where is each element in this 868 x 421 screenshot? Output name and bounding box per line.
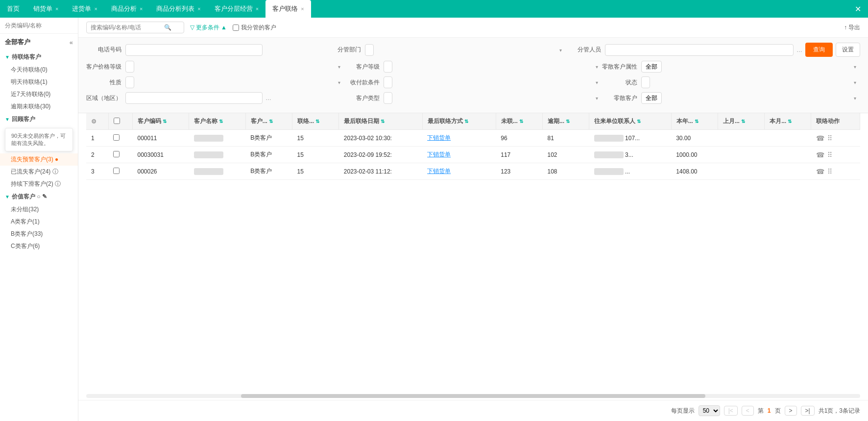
cell-this-year: 1000.00 xyxy=(671,147,718,163)
customer-level-select[interactable] xyxy=(384,61,392,73)
sidebar-item-today[interactable]: 今天待联络(0) xyxy=(0,64,78,76)
settings-icon[interactable]: ⚙ xyxy=(91,118,96,125)
last-page-button[interactable]: >| xyxy=(801,406,815,416)
last-method-link[interactable]: 下销货单 xyxy=(427,134,451,141)
settings-button[interactable]: 设置 xyxy=(836,43,860,57)
tab-customer-contact[interactable]: 客户联络 × xyxy=(265,0,311,18)
cell-last-month xyxy=(718,130,764,147)
tab-purchase[interactable]: 进货单 × xyxy=(65,0,104,18)
region-more-icon[interactable]: … xyxy=(263,95,274,101)
sidebar-item-unsegmented[interactable]: 未分组(32) xyxy=(0,203,78,216)
adv-filter-nature: 性质 xyxy=(86,76,344,88)
contact-action-icon[interactable]: ☎ xyxy=(816,134,824,142)
my-customers-checkbox[interactable]: 我分管的客户 xyxy=(233,24,276,32)
last-method-link[interactable]: 下销货单 xyxy=(427,168,451,174)
region-input[interactable] xyxy=(125,92,263,104)
tab-close-customer-tier[interactable]: × xyxy=(256,6,259,12)
cell-code: 000011 xyxy=(132,130,189,147)
prev-page-button[interactable]: < xyxy=(742,406,754,416)
tab-bar-close-button[interactable]: ✕ xyxy=(848,4,868,14)
sidebar-all-customers[interactable]: 全部客户 « xyxy=(0,34,78,50)
more-action-icon[interactable]: ⠿ xyxy=(827,151,832,159)
cell-not-contact: 96 xyxy=(496,130,542,147)
cell-type: B类客户 xyxy=(245,163,292,180)
person-more-icon[interactable]: … xyxy=(794,47,805,53)
cell-name xyxy=(189,163,245,180)
tab-sales[interactable]: 销货单 × xyxy=(26,0,65,18)
th-unit-contact[interactable]: 往来单位联系人⇅ xyxy=(589,113,671,130)
status-select[interactable] xyxy=(641,76,650,88)
th-name[interactable]: 客户名称⇅ xyxy=(189,113,245,130)
sidebar-item-week[interactable]: 近7天待联络(0) xyxy=(0,88,78,100)
th-code[interactable]: 客户编码⇅ xyxy=(132,113,189,130)
last-method-link[interactable]: 下销货单 xyxy=(427,151,451,158)
more-conditions-button[interactable]: ▽ 更多条件 ▲ xyxy=(190,24,227,32)
contact-action-icon[interactable]: ☎ xyxy=(816,151,824,159)
tab-close-analysis[interactable]: × xyxy=(140,6,143,12)
per-page-select[interactable]: 50 xyxy=(699,405,720,416)
first-page-button[interactable]: |< xyxy=(724,406,738,416)
cell-type: B类客户 xyxy=(245,130,292,147)
row-checkbox[interactable] xyxy=(113,151,120,157)
tab-home[interactable]: 首页 xyxy=(0,0,26,18)
filter-search-button[interactable]: 🔍 xyxy=(164,24,171,31)
price-tier-select[interactable] xyxy=(125,61,134,73)
row-checkbox[interactable] xyxy=(113,134,120,141)
th-type[interactable]: 客户...⇅ xyxy=(245,113,292,130)
th-not-contact[interactable]: 未联...⇅ xyxy=(496,113,542,130)
customer-type-select[interactable] xyxy=(384,92,392,104)
th-last-date[interactable]: 最后联络日期⇅ xyxy=(339,113,422,130)
sidebar-collapse-icon[interactable]: « xyxy=(70,39,73,46)
sidebar-item-class-c[interactable]: C类客户(6) xyxy=(0,240,78,252)
sidebar-section-churn[interactable]: ▼ 回顾客户 xyxy=(0,113,78,126)
th-last-month[interactable]: 上月...⇅ xyxy=(718,113,764,130)
sidebar-search-input[interactable] xyxy=(5,22,78,29)
tab-analysis[interactable]: 商品分析 × xyxy=(104,0,149,18)
adv-filter-customer-type: 客户类型 xyxy=(344,92,603,104)
sidebar-item-class-a[interactable]: A类客户(1) xyxy=(0,216,78,228)
th-contact[interactable]: 联络...⇅ xyxy=(292,113,339,130)
tab-close-customer-contact[interactable]: × xyxy=(301,6,304,12)
sidebar-item-decline[interactable]: 持续下滑客户(2) ⓘ xyxy=(0,178,78,190)
contact-action-icon[interactable]: ☎ xyxy=(816,168,824,175)
sort-icon-last-date: ⇅ xyxy=(381,119,385,124)
tab-customer-tier[interactable]: 客户分层经营 × xyxy=(208,0,265,18)
sidebar-section-value[interactable]: ▼ 价值客户 ○ ✎ xyxy=(0,190,78,203)
row-checkbox[interactable] xyxy=(113,168,120,174)
filter-search-box: 🔍 xyxy=(86,22,184,33)
zero-customer-select[interactable]: 全部 xyxy=(641,92,662,104)
horizontal-scrollbar[interactable] xyxy=(86,394,860,398)
th-this-year[interactable]: 本年...⇅ xyxy=(671,113,718,130)
more-action-icon[interactable]: ⠿ xyxy=(827,168,832,175)
more-action-icon[interactable]: ⠿ xyxy=(827,134,832,142)
th-this-month[interactable]: 本月...⇅ xyxy=(765,113,811,130)
th-last-method[interactable]: 最后联络方式⇅ xyxy=(422,113,496,130)
sidebar-item-overdue[interactable]: 逾期未联络(30) xyxy=(0,100,78,113)
query-button[interactable]: 查询 xyxy=(805,43,833,57)
sidebar-item-tomorrow[interactable]: 明天待联络(1) xyxy=(0,76,78,88)
phone-input[interactable] xyxy=(125,44,263,56)
next-page-button[interactable]: > xyxy=(785,406,797,416)
nature-select[interactable] xyxy=(125,76,134,88)
action-icons: ☎ ⠿ xyxy=(816,151,855,159)
tab-analysis-list[interactable]: 商品分析列表 × xyxy=(149,0,207,18)
data-table: ⚙ 客户编码⇅ 客户名称⇅ 客户...⇅ 联络...⇅ 最后联络日期⇅ 最后联络… xyxy=(86,113,860,180)
filter-search-input[interactable] xyxy=(91,24,164,31)
th-overdue[interactable]: 逾期...⇅ xyxy=(543,113,589,130)
zero-attr-select[interactable]: 全部 xyxy=(641,61,662,73)
th-settings[interactable]: ⚙ xyxy=(86,113,108,130)
sidebar-item-class-b[interactable]: B类客户(33) xyxy=(0,228,78,240)
sidebar-item-churn-predicted[interactable]: 流失预警客户(3) ● xyxy=(0,153,78,166)
person-input[interactable] xyxy=(605,44,794,56)
payment-select[interactable] xyxy=(384,76,392,88)
select-all-checkbox[interactable] xyxy=(114,118,120,124)
tab-close-purchase[interactable]: × xyxy=(94,6,97,12)
tab-close-analysis-list[interactable]: × xyxy=(197,6,200,12)
export-button[interactable]: ↑ 导出 xyxy=(844,24,860,32)
tab-close-sales[interactable]: × xyxy=(55,6,58,12)
sidebar-section-pending[interactable]: ▼ 待联络客户 xyxy=(0,50,78,64)
dept-select[interactable] xyxy=(365,44,374,56)
cell-last-date: 2023-03-02 10:30: xyxy=(339,130,422,147)
sidebar-item-already-churn[interactable]: 已流失客户(24) ⓘ xyxy=(0,166,78,178)
my-customers-check[interactable] xyxy=(233,25,239,31)
